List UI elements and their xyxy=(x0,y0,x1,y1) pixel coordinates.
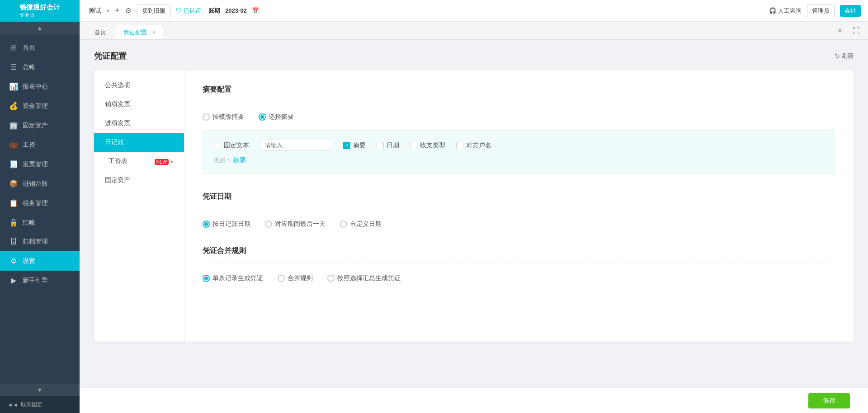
date-radio2-label: 对应期间最后一天 xyxy=(275,220,326,228)
logo: 畅捷通好会计 专业版 xyxy=(0,0,80,22)
settings-sidebar-icon: ⚙ xyxy=(9,257,18,265)
sidebar-label-guide: 新手引导 xyxy=(23,277,48,285)
sidebar-label-fund: 资金管理 xyxy=(23,102,48,110)
fullscreen-button[interactable]: ⛶ xyxy=(850,24,863,37)
sidebar-item-report[interactable]: 📊 报表中心 xyxy=(0,77,80,96)
income-type-checkbox xyxy=(410,142,417,149)
checkbox-summary[interactable]: ✓ 摘要 xyxy=(343,141,366,150)
summary-config-section: 摘要配置 按模版摘要 选择摘要 xyxy=(203,85,835,174)
cert-label: 已认证 xyxy=(184,7,201,15)
checkbox-counterpart[interactable]: 对方户名 xyxy=(456,141,491,150)
summary-radio-group: 按模版摘要 选择摘要 xyxy=(203,113,835,121)
main-layout: ▲ ⊞ 首页 ☰ 总账 📊 报表中心 💰 资金管理 🏢 固定资产 xyxy=(0,22,868,413)
cert-shield-icon: 🛡 xyxy=(176,7,182,14)
consult-button[interactable]: 🎧 人工咨询 xyxy=(769,7,802,15)
tab-bar-actions: × ⛶ xyxy=(834,24,863,37)
manager-button[interactable]: 管理员 xyxy=(807,5,835,17)
switch-old-button[interactable]: 切到旧版 xyxy=(137,5,170,17)
payroll-icon: 💼 xyxy=(9,141,18,149)
summary-checkbox: ✓ xyxy=(343,142,350,149)
summary-radio-template[interactable]: 按模版摘要 xyxy=(203,113,244,121)
config-nav-public[interactable]: 公共选项 xyxy=(94,76,184,95)
voucher-date-radio2[interactable]: 对应期间最后一天 xyxy=(265,220,326,228)
voucher-date-radio1[interactable]: 按日记账日期 xyxy=(203,220,250,228)
income-type-label: 收支类型 xyxy=(420,141,445,150)
voucher-merge-radio2[interactable]: 合并规则 xyxy=(278,274,313,282)
pin-icon: ◄◄ xyxy=(7,402,18,408)
cancel-fixed-button[interactable]: ◄◄ 取消固定 xyxy=(0,396,80,413)
summary-label: 摘要 xyxy=(353,141,366,150)
company-dropdown-icon[interactable]: ▾ xyxy=(107,8,109,14)
config-nav-payroll[interactable]: 工资表 NEW ▾ xyxy=(94,152,184,171)
logo-sub: 专业版 xyxy=(19,12,60,19)
sidebar-label-tax: 税务管理 xyxy=(23,199,48,207)
add-company-icon[interactable]: + xyxy=(115,6,120,15)
voucher-merge-radio3[interactable]: 按照选择汇总生成凭证 xyxy=(327,274,401,282)
sidebar-label-home: 首页 xyxy=(23,44,35,52)
ledger-icon: ☰ xyxy=(9,63,18,71)
company-name[interactable]: 测试 xyxy=(89,7,101,15)
calendar-icon[interactable]: 📅 xyxy=(252,7,259,14)
tab-voucher-config[interactable]: 凭证配置 × xyxy=(116,25,163,39)
date-label: 日期 xyxy=(387,141,399,150)
tab-home-label: 首页 xyxy=(94,28,106,37)
config-nav-purchase[interactable]: 进项发票 xyxy=(94,114,184,133)
sidebar-label-payroll: 工资 xyxy=(23,141,35,149)
sidebar-item-ledger[interactable]: ☰ 总账 xyxy=(0,57,80,77)
sidebar-item-settings[interactable]: ⚙ 设置 xyxy=(0,251,80,271)
accountant-button[interactable]: 会计 xyxy=(840,5,861,17)
sidebar-scroll-up[interactable]: ▲ xyxy=(0,22,80,34)
voucher-date-radio3[interactable]: 自定义日期 xyxy=(340,220,382,228)
checkbox-fixed-text[interactable]: 固定文本 xyxy=(214,141,249,150)
purchase-icon: 📦 xyxy=(9,179,18,188)
date-radio1-circle xyxy=(203,221,210,228)
settings-icon[interactable]: ⚙ xyxy=(125,6,132,15)
sidebar-label-invoice: 发票管理 xyxy=(23,160,48,169)
refresh-button[interactable]: ↻ 刷新 xyxy=(835,52,854,60)
sidebar-item-archive[interactable]: 🗄 归档管理 xyxy=(0,232,80,251)
bottom-bar: 保存 xyxy=(80,388,868,413)
guide-icon: ▶ xyxy=(9,276,18,285)
sidebar-item-close[interactable]: 🔒 结账 xyxy=(0,213,80,232)
merge-radio2-label: 合并规则 xyxy=(288,274,313,282)
logo-text: 畅捷通好会计 xyxy=(19,3,60,12)
config-nav-sales[interactable]: 销项发票 xyxy=(94,95,184,114)
sidebar-item-fund[interactable]: 💰 资金管理 xyxy=(0,96,80,116)
sidebar-item-payroll[interactable]: 💼 工资 xyxy=(0,135,80,155)
summary-radio-select[interactable]: 选择摘要 xyxy=(259,113,294,121)
report-icon: 📊 xyxy=(9,82,18,91)
config-panel: 公共选项 销项发票 进项发票 日记账 工资表 NEW ▾ 固定资产 xyxy=(94,70,854,342)
chevron-down-icon: ▾ xyxy=(170,159,173,165)
sidebar-label-asset: 固定资产 xyxy=(23,122,48,130)
example-prefix: 例如： xyxy=(214,157,231,164)
sidebar-item-asset[interactable]: 🏢 固定资产 xyxy=(0,116,80,135)
fixed-text-input[interactable] xyxy=(260,140,332,151)
checkbox-date[interactable]: 日期 xyxy=(377,141,399,150)
radio-select-label: 选择摘要 xyxy=(269,113,294,121)
sidebar-item-home[interactable]: ⊞ 首页 xyxy=(0,38,80,57)
voucher-merge-radio1[interactable]: 单条记录生成凭证 xyxy=(203,274,263,282)
voucher-date-radio-group: 按日记账日期 对应期间最后一天 自定义日期 xyxy=(203,220,835,228)
sidebar-item-guide[interactable]: ▶ 新手引导 xyxy=(0,271,80,290)
radio-select-circle xyxy=(259,113,266,121)
voucher-merge-radio-group: 单条记录生成凭证 合并规则 按照选择汇总生成凭证 xyxy=(203,274,835,282)
voucher-date-title: 凭证日期 xyxy=(203,192,835,209)
period-value[interactable]: 2023-02 xyxy=(225,7,247,14)
summary-example: 例如： 摘要 xyxy=(214,156,824,164)
sidebar-item-invoice[interactable]: 🧾 发票管理 xyxy=(0,155,80,174)
fixed-text-label: 固定文本 xyxy=(224,141,249,150)
sidebar-item-purchase[interactable]: 📦 进销台账 xyxy=(0,174,80,193)
tab-close-icon[interactable]: × xyxy=(152,29,156,36)
sidebar-label-archive: 归档管理 xyxy=(23,238,48,246)
close-window-button[interactable]: × xyxy=(834,24,846,37)
cancel-fixed-label: 取消固定 xyxy=(21,401,42,408)
checkbox-income-type[interactable]: 收支类型 xyxy=(410,141,445,150)
config-nav-journal[interactable]: 日记账 xyxy=(94,133,184,152)
voucher-merge-section: 凭证合并规则 单条记录生成凭证 合并规则 xyxy=(203,246,835,282)
save-button[interactable]: 保存 xyxy=(808,393,850,408)
sidebar-item-tax[interactable]: 📋 税务管理 xyxy=(0,193,80,213)
config-nav-fixedasset[interactable]: 固定资产 xyxy=(94,171,184,190)
refresh-label: 刷新 xyxy=(842,52,854,60)
sidebar-scroll-down[interactable]: ▼ xyxy=(0,384,80,396)
tab-home[interactable]: 首页 xyxy=(87,25,114,39)
